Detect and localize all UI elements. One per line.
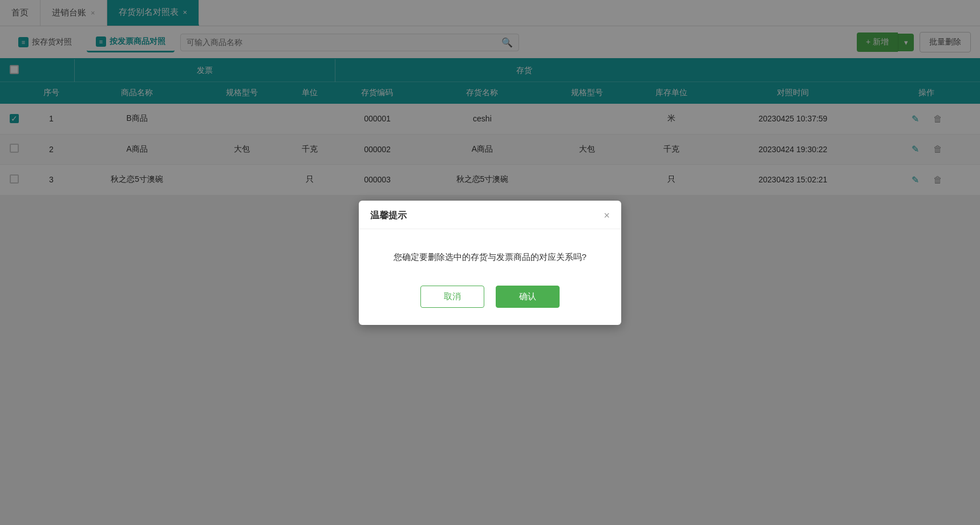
dialog-message: 您确定要删除选中的存货与发票商品的对应关系吗? (394, 252, 586, 262)
dialog: 温馨提示 × 您确定要删除选中的存货与发票商品的对应关系吗? 取消 确认 (359, 201, 621, 325)
dialog-close-button[interactable]: × (604, 210, 610, 221)
dialog-body: 您确定要删除选中的存货与发票商品的对应关系吗? (359, 229, 621, 280)
dialog-footer: 取消 确认 (359, 280, 621, 325)
dialog-confirm-button[interactable]: 确认 (496, 286, 560, 308)
dialog-title: 温馨提示 (370, 210, 407, 222)
dialog-cancel-label: 取消 (444, 291, 461, 301)
dialog-header: 温馨提示 × (359, 201, 621, 229)
dialog-confirm-label: 确认 (519, 291, 536, 301)
dialog-cancel-button[interactable]: 取消 (420, 286, 484, 308)
dialog-overlay: 温馨提示 × 您确定要删除选中的存货与发票商品的对应关系吗? 取消 确认 (0, 0, 980, 525)
